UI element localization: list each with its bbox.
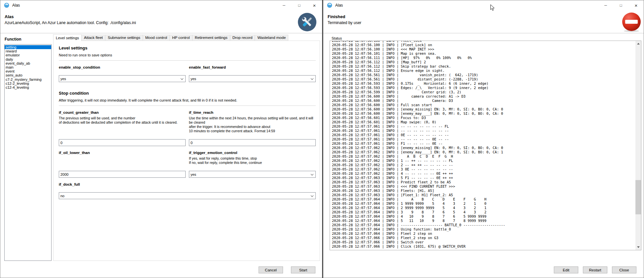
field-label-enable-fast-forward: enable_fast_forward bbox=[189, 65, 316, 69]
function-list-item[interactable]: c12-4_leveling bbox=[5, 85, 51, 89]
log-line: 2020-05-28 12:07:56.593 | INFO | Edges: … bbox=[332, 86, 641, 90]
function-list-item[interactable]: semi_auto bbox=[5, 73, 51, 77]
log-line: 2020-05-28 12:07:56.112 | INFO | [Map_bu… bbox=[332, 60, 641, 64]
tab[interactable]: HP control bbox=[170, 35, 192, 41]
log-line: 2020-05-28 12:07:57.064 | INFO | 5 11 10… bbox=[332, 219, 641, 223]
select-value: yes bbox=[191, 172, 196, 176]
log-line: 2020-05-28 12:07:57.064 | INFO | 1 9999 … bbox=[332, 201, 641, 206]
log-box[interactable]: 2020-05-28 12:07:56.100 | INFO | fleet_l… bbox=[330, 41, 641, 250]
close-icon[interactable]: × bbox=[307, 0, 322, 10]
if-trigger-emotion-control-select[interactable]: yes bbox=[189, 171, 316, 178]
cancel-button[interactable]: Cancel bbox=[259, 266, 283, 273]
log-line: 2020-05-28 12:07:56.101 | INFO | Map is … bbox=[332, 51, 641, 56]
log-line: 2020-05-28 12:07:57.061 | INFO | -- -- -… bbox=[332, 124, 641, 129]
function-list-item[interactable]: event bbox=[5, 69, 51, 73]
log-line: 2020-05-28 12:07:56.561 | INFO | vanish_… bbox=[332, 73, 641, 77]
log-line: 2020-05-28 12:07:56.111 | INFO | [HP] 97… bbox=[332, 56, 641, 60]
log-line: 2020-05-28 12:07:57.061 | INFO | -- -- -… bbox=[332, 137, 641, 141]
log-line: 2020-05-28 12:07:56.100 | INFO | <<< MAP… bbox=[332, 47, 641, 51]
log-line: 2020-05-28 12:07:57.064 | INFO | Fleet 2… bbox=[332, 232, 641, 236]
maximize-icon[interactable]: □ bbox=[292, 0, 307, 10]
log-line: 2020-05-28 12:07:57.066 | INFO | Click (… bbox=[332, 244, 641, 249]
minimize-icon[interactable]: ─ bbox=[598, 0, 613, 10]
scrollbar-thumb[interactable] bbox=[635, 180, 641, 214]
scroll-up-icon[interactable] bbox=[635, 41, 641, 46]
stop-sign-icon bbox=[621, 12, 642, 32]
chevron-down-icon bbox=[311, 77, 313, 80]
status-header: Finished Terminated by user bbox=[323, 10, 644, 33]
minimize-icon[interactable]: ─ bbox=[276, 0, 292, 10]
chevron-down-icon bbox=[181, 77, 183, 80]
titlebar[interactable]: Alas ─ □ × bbox=[323, 0, 644, 10]
app-subtitle: AzurLaneAutoScript, An Azur Lane automat… bbox=[5, 20, 136, 25]
log-line: 2020-05-28 12:07:57.064 | INFO | Using f… bbox=[332, 227, 641, 232]
tab[interactable]: Drop record bbox=[230, 35, 255, 41]
log-line: 2020-05-28 12:07:57.064 | INFO | A B C D… bbox=[332, 197, 641, 201]
log-line: 2020-05-28 12:07:56.600 | INFO | Full sc… bbox=[332, 103, 641, 107]
function-list-item[interactable]: setting bbox=[5, 45, 51, 49]
log-line: 2020-05-28 12:07:57.062 | INFO | 2 -- ++… bbox=[332, 163, 641, 167]
maximize-icon[interactable]: □ bbox=[613, 0, 628, 10]
status-window: Alas ─ □ × Finished Terminated by user S… bbox=[323, 0, 644, 278]
close-icon[interactable]: × bbox=[628, 0, 644, 10]
log-line: 2020-05-28 12:07:57.061 | INFO | 0E -- -… bbox=[332, 133, 641, 137]
select-value: no bbox=[60, 194, 64, 198]
tab[interactable]: Retirement settings bbox=[193, 35, 230, 41]
tab[interactable]: Attack fleet bbox=[82, 35, 105, 41]
divider bbox=[59, 106, 316, 106]
titlebar[interactable]: Alas ─ □ × bbox=[0, 0, 322, 10]
if-dock-full-select[interactable]: no bbox=[59, 192, 316, 199]
enable-stop-condition-select[interactable]: yes bbox=[59, 75, 186, 82]
section-desc-stop-condition: After triggering, it will not stop immed… bbox=[59, 98, 316, 102]
settings-window: Alas ─ □ × Alas AzurLaneAutoScript, An A… bbox=[0, 0, 322, 278]
start-button[interactable]: Start bbox=[291, 266, 315, 273]
log-line: 2020-05-28 12:07:57.062 | INFO | 3 0E --… bbox=[332, 167, 641, 171]
if-count-greater-than-input[interactable] bbox=[59, 139, 186, 146]
log-line: 2020-05-28 12:07:56.601 | INFO | Map swi… bbox=[332, 120, 641, 124]
log-line: 2020-05-28 12:07:56.599 | INFO | Center … bbox=[332, 90, 641, 94]
log-line: 2020-05-28 12:07:56.561 | INFO | distant… bbox=[332, 77, 641, 81]
function-list-item[interactable]: c12-2_leveling bbox=[5, 81, 51, 85]
tab[interactable]: Mood control bbox=[143, 35, 170, 41]
if-oil-lower-than-input[interactable] bbox=[59, 171, 186, 178]
log-line: 2020-05-28 12:07:57.062 | INFO | A B C D… bbox=[332, 154, 641, 159]
field-label-if-count-greater-than: if_count_greater_than bbox=[59, 110, 186, 114]
function-list-item[interactable]: main bbox=[5, 65, 51, 69]
tab[interactable]: Level settings bbox=[53, 34, 82, 41]
scroll-down-icon[interactable] bbox=[635, 244, 641, 250]
section-desc-level-settings: Need to run once to save options bbox=[59, 53, 316, 57]
function-list: settingrewardemulatordailyevent_daily_ab… bbox=[4, 44, 52, 261]
log-line: 2020-05-28 12:07:56.600 | INFO | Camera:… bbox=[332, 99, 641, 103]
edit-button[interactable]: Edit bbox=[554, 266, 578, 273]
tab[interactable]: Submarine settings bbox=[105, 35, 143, 41]
log-line: 2020-05-28 12:07:57.062 | INFO | 1 -- ++… bbox=[332, 159, 641, 163]
if-time-reach-input[interactable] bbox=[189, 139, 316, 146]
function-list-item[interactable]: daily bbox=[5, 57, 51, 61]
close-button[interactable]: Close bbox=[612, 266, 636, 273]
log-line: 2020-05-28 12:07:57.063 | INFO | Fleets:… bbox=[332, 189, 641, 193]
status-group-label: Status bbox=[332, 36, 342, 40]
app-header: Alas AzurLaneAutoScript, An Azur Lane au… bbox=[0, 10, 322, 33]
log-line: 2020-05-28 12:07:57.064 | INFO | -------… bbox=[332, 223, 641, 227]
chevron-down-icon bbox=[311, 194, 313, 197]
function-list-item[interactable]: c7-2_mystery_farming bbox=[5, 77, 51, 81]
log-line: 2020-05-28 12:07:56.112 | INFO | Ensure … bbox=[332, 69, 641, 73]
left-footer: Cancel Start bbox=[0, 266, 322, 273]
log-scrollbar[interactable] bbox=[635, 41, 641, 250]
function-list-item[interactable]: reward bbox=[5, 49, 51, 53]
field-label-if-trigger-emotion-control: if_trigger_emotion_control bbox=[189, 151, 316, 155]
log-line: 2020-05-28 12:07:57.066 | INFO | Switch … bbox=[332, 240, 641, 244]
function-list-item[interactable]: emulator bbox=[5, 53, 51, 57]
select-value: yes bbox=[60, 77, 66, 81]
log-line: 2020-05-28 12:07:56.600 | INFO | camera … bbox=[332, 94, 641, 99]
tools-icon bbox=[298, 13, 317, 32]
tab[interactable]: Wasteland mode bbox=[255, 35, 288, 41]
log-line: 2020-05-28 12:07:57.066 | INFO | Fleet_2… bbox=[332, 236, 641, 240]
log-line: 2020-05-28 12:07:57.061 | INFO | F1 -- -… bbox=[332, 141, 641, 146]
log-line: 2020-05-28 12:07:56.601 | INFO | Focus t… bbox=[332, 116, 641, 120]
restart-button[interactable]: Restart bbox=[583, 266, 607, 273]
function-list-item[interactable]: event_daily_ab bbox=[5, 61, 51, 65]
log-line: 2020-05-28 12:07:57.062 | INFO | 4 -- --… bbox=[332, 171, 641, 176]
log-line: 2020-05-28 12:07:57.064 | INFO | 4 10 9 … bbox=[332, 214, 641, 219]
enable-fast-forward-select[interactable]: yes bbox=[189, 75, 316, 82]
